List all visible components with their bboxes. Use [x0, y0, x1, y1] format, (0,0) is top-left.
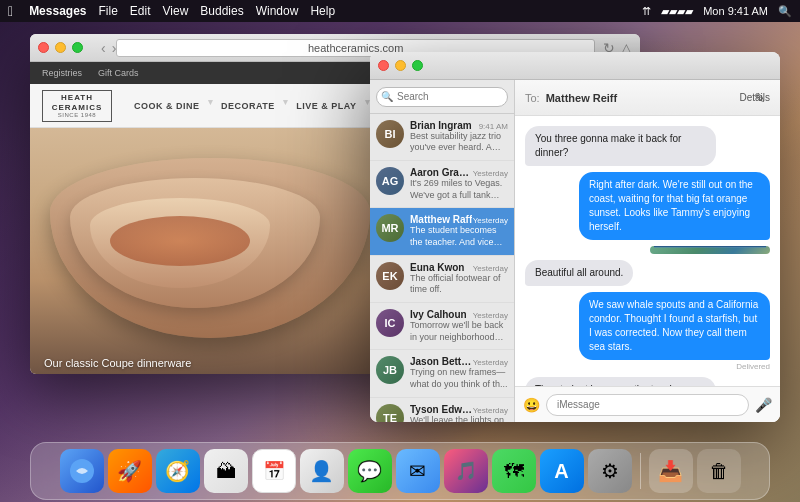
conv-time-euna: Yesterday [473, 264, 508, 273]
messages-titlebar [370, 52, 780, 80]
svg-rect-1 [654, 246, 766, 247]
messages-close-button[interactable] [378, 60, 389, 71]
conv-avatar-ivy: IC [376, 309, 404, 337]
site-topbar-registries[interactable]: Registries [42, 68, 82, 78]
maximize-button[interactable] [72, 42, 83, 53]
conv-item-ivy[interactable]: IC Ivy Calhoun Yesterday Tomorrow we'll … [370, 303, 514, 350]
hero-caption: Our classic Coupe dinnerware [44, 357, 191, 369]
close-button[interactable] [38, 42, 49, 53]
dock-downloads[interactable]: 📥 [649, 449, 693, 493]
conv-item-aaron[interactable]: AG Aaron Grave... Yesterday It's 269 mil… [370, 161, 514, 208]
menubar-right: ⇈ ▰▰▰▰ Mon 9:41 AM 🔍 [642, 5, 792, 18]
menubar-items: File Edit View Buddies Window Help [99, 4, 336, 18]
site-topbar-gift[interactable]: Gift Cards [98, 68, 139, 78]
chat-status: Delivered [736, 362, 770, 371]
menu-edit[interactable]: Edit [130, 4, 151, 18]
conv-item-euna[interactable]: EK Euna Kwon Yesterday The official foot… [370, 256, 514, 303]
menu-buddies[interactable]: Buddies [200, 4, 243, 18]
dock-mail[interactable]: ✉ [396, 449, 440, 493]
menubar-left:  Messages File Edit View Buddies Window… [8, 3, 335, 19]
hero-caption-text: Our classic Coupe dinnerware [44, 357, 191, 369]
conv-items: BI Brian Ingram 9:41 AM Best suitability… [370, 114, 514, 423]
conv-preview-euna: The official footwear of time off. [410, 273, 508, 296]
conv-time-ivy: Yesterday [473, 311, 508, 320]
conv-info-brian: Brian Ingram 9:41 AM Best suitability ja… [410, 120, 508, 154]
dock-appstore[interactable]: A [540, 449, 584, 493]
back-button[interactable]: ‹ [101, 40, 106, 56]
dock-calendar[interactable]: 📅 [252, 449, 296, 493]
conv-preview-ivy: Tomorrow we'll be back in your neighborh… [410, 320, 508, 343]
chat-msg-1: You three gonna make it back for dinner? [525, 126, 716, 166]
menu-help[interactable]: Help [310, 4, 335, 18]
nav-decorate[interactable]: DECORATE [215, 97, 281, 115]
conversation-list: 🔍 ✎ BI Brian Ingram 9:41 AM [370, 80, 515, 422]
conv-item-brian[interactable]: BI Brian Ingram 9:41 AM Best suitability… [370, 114, 514, 161]
nav-live[interactable]: LIVE & PLAY [290, 97, 362, 115]
conv-avatar-matthew: MR [376, 214, 404, 242]
site-logo[interactable]: HEATH CERAMICS SINCE 1948 [42, 90, 112, 122]
bowl-soup [110, 216, 250, 266]
chat-photo [654, 246, 766, 250]
logo-ceramics: CERAMICS [52, 103, 103, 113]
conv-name-row-matthew: Matthew Raff Yesterday [410, 214, 508, 225]
conv-name-row-jason: Jason Bettin... Yesterday [410, 356, 508, 367]
conv-info-jason: Jason Bettin... Yesterday Trying on new … [410, 356, 508, 390]
conv-preview-tyson: We'll leave the lights on for you. [410, 415, 508, 422]
conv-avatar-aaron: AG [376, 167, 404, 195]
chat-input[interactable] [546, 394, 749, 416]
chat-messages: You three gonna make it back for dinner?… [515, 116, 780, 386]
conv-info-matthew: Matthew Raff Yesterday The student becom… [410, 214, 508, 248]
microphone-button[interactable]: 🎤 [755, 397, 772, 413]
menubar-time: Mon 9:41 AM [703, 5, 768, 17]
chat-recipient: Matthew Reiff [546, 92, 618, 104]
chat-to-label: To: [525, 92, 540, 104]
conv-item-jason[interactable]: JB Jason Bettin... Yesterday Trying on n… [370, 350, 514, 397]
dock-safari[interactable]: 🧭 [156, 449, 200, 493]
dock: 🚀 🧭 🏔 📅 👤 💬 ✉ 🎵 🗺 A ⚙ [30, 442, 770, 500]
conv-search-area: 🔍 [370, 80, 514, 114]
messages-minimize-button[interactable] [395, 60, 406, 71]
dock-photos[interactable]: 🏔 [204, 449, 248, 493]
apple-menu[interactable]:  [8, 3, 13, 19]
conv-name-row-brian: Brian Ingram 9:41 AM [410, 120, 508, 131]
conv-item-tyson[interactable]: TE Tyson Edwar... Yesterday We'll leave … [370, 398, 514, 422]
conv-name-brian: Brian Ingram [410, 120, 472, 131]
menubar-wifi: ⇈ [642, 5, 651, 18]
dock-music[interactable]: 🎵 [444, 449, 488, 493]
dock-launchpad[interactable]: 🚀 [108, 449, 152, 493]
menu-view[interactable]: View [163, 4, 189, 18]
conv-time-aaron: Yesterday [473, 169, 508, 178]
dock-system-prefs[interactable]: ⚙ [588, 449, 632, 493]
dock-contacts[interactable]: 👤 [300, 449, 344, 493]
chat-input-area: 😀 🎤 [515, 386, 780, 422]
conv-name-euna: Euna Kwon [410, 262, 464, 273]
menubar-search[interactable]: 🔍 [778, 5, 792, 18]
dock-messages[interactable]: 💬 [348, 449, 392, 493]
menu-file[interactable]: File [99, 4, 118, 18]
conv-time-brian: 9:41 AM [479, 122, 508, 131]
emoji-button[interactable]: 😀 [523, 397, 540, 413]
conv-time-tyson: Yesterday [473, 406, 508, 415]
conv-name-row-euna: Euna Kwon Yesterday [410, 262, 508, 273]
logo-heath: HEATH [61, 93, 93, 103]
dock-trash[interactable]: 🗑 [697, 449, 741, 493]
menubar:  Messages File Edit View Buddies Window… [0, 0, 800, 22]
minimize-button[interactable] [55, 42, 66, 53]
conv-item-matthew[interactable]: MR Matthew Raff Yesterday The student be… [370, 208, 514, 255]
conv-info-aaron: Aaron Grave... Yesterday It's 269 miles … [410, 167, 508, 201]
chat-msg-4: We saw whale spouts and a California con… [579, 292, 770, 360]
chat-msg-3: Beautiful all around. [525, 260, 633, 286]
messages-maximize-button[interactable] [412, 60, 423, 71]
dock-maps[interactable]: 🗺 [492, 449, 536, 493]
messages-body: 🔍 ✎ BI Brian Ingram 9:41 AM [370, 80, 780, 422]
conv-name-tyson: Tyson Edwar... [410, 404, 473, 415]
nav-cook[interactable]: COOK & DINE [128, 97, 206, 115]
dock-finder[interactable] [60, 449, 104, 493]
conv-search-input[interactable] [376, 87, 508, 107]
compose-button[interactable]: ✎ [754, 90, 766, 106]
menu-window[interactable]: Window [256, 4, 299, 18]
chat-area: To: Matthew Reiff Details You three gonn… [515, 80, 780, 422]
conv-preview-brian: Best suitability jazz trio you've ever h… [410, 131, 508, 154]
conv-avatar-euna: EK [376, 262, 404, 290]
conv-time-matthew: Yesterday [473, 216, 508, 225]
